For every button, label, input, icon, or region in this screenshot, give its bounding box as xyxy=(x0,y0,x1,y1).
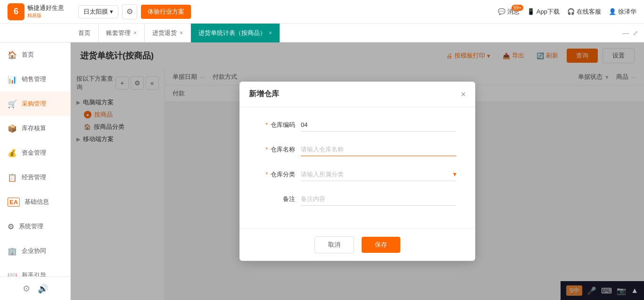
tab-purchase-stats-close-icon[interactable]: × xyxy=(269,30,272,36)
code-input[interactable] xyxy=(301,118,456,132)
sidebar-item-purchase[interactable]: 🛒 采购管理 xyxy=(0,92,70,116)
code-required-mark: * xyxy=(265,121,268,128)
settings-button[interactable]: ⚙ xyxy=(122,4,137,19)
sidebar-item-enterprise[interactable]: 🏢 企业协同 xyxy=(0,239,70,263)
tab-bar: 首页 账套管理 × 进货退货 × 进货单统计表（按商品） × — ⤢ xyxy=(0,24,644,42)
purchase-icon: 🛒 xyxy=(8,100,17,108)
category-select[interactable]: ▾ xyxy=(301,167,456,181)
modal-title: 新增仓库 xyxy=(249,89,279,99)
logo-area: 6 畅捷通好生意 精易版 xyxy=(8,3,78,20)
name-input[interactable] xyxy=(301,143,456,156)
tab-purchase-stats[interactable]: 进货单统计表（按商品） × xyxy=(191,24,280,42)
sidebar-label-finance: 资金管理 xyxy=(22,149,46,157)
sidebar-label-system: 系统管理 xyxy=(19,222,43,231)
headphone-icon: 🎧 xyxy=(567,8,575,15)
tab-account-close-icon[interactable]: × xyxy=(133,30,137,36)
gear-icon: ⚙ xyxy=(126,7,133,16)
inventory-icon: 📦 xyxy=(8,124,17,133)
sidebar-label-basic-info: 基础信息 xyxy=(25,198,49,206)
trial-button[interactable]: 体验行业方案 xyxy=(141,5,191,19)
tab-purchase-stats-label: 进货单统计表（按商品） xyxy=(198,29,266,37)
sidebar-settings-icon[interactable]: ⚙ xyxy=(23,283,30,294)
sidebar-item-inventory[interactable]: 📦 库存核算 xyxy=(0,116,70,141)
category-label: * 仓库分类 xyxy=(258,170,301,179)
operations-icon: 📋 xyxy=(8,173,17,182)
search-area: 日太阳膜 ▾ ⚙ 体验行业方案 xyxy=(78,4,210,19)
main-layout: 🏠 首页 📊 销售管理 🛒 采购管理 📦 库存核算 💰 资金管理 📋 经 xyxy=(0,42,644,300)
sidebar-item-home[interactable]: 🏠 首页 xyxy=(0,42,70,67)
guide-icon: 📖 xyxy=(8,271,17,277)
name-label: * 仓库名称 xyxy=(258,145,301,154)
header-right: 💬 消息 99+ 📱 App下载 🎧 在线客服 👤 徐泽华 xyxy=(498,8,636,16)
search-arrow-icon: ▾ xyxy=(110,8,113,15)
sales-icon: 📊 xyxy=(8,75,17,84)
tab-home-label: 首页 xyxy=(78,29,91,37)
message-item[interactable]: 💬 消息 99+ xyxy=(498,8,520,16)
category-dropdown-icon[interactable]: ▾ xyxy=(453,170,456,178)
app-download-item[interactable]: 📱 App下载 xyxy=(527,8,560,16)
service-label: 在线客服 xyxy=(577,8,601,16)
category-form-row: * 仓库分类 ▾ xyxy=(258,167,456,181)
modal-overlay[interactable]: 新增仓库 × * 仓库编码 * xyxy=(71,42,644,300)
search-text: 日太阳膜 xyxy=(83,8,108,16)
name-required-mark: * xyxy=(265,146,268,153)
tab-account-label: 账套管理 xyxy=(106,29,131,37)
note-form-row: 备注 xyxy=(258,192,456,206)
sidebar-item-operations[interactable]: 📋 经营管理 xyxy=(0,165,70,190)
modal-header: 新增仓库 × xyxy=(239,82,475,107)
modal-body: * 仓库编码 * 仓库名称 xyxy=(239,107,475,228)
tab-purchase-return-close-icon[interactable]: × xyxy=(180,30,183,36)
user-icon: 👤 xyxy=(609,8,616,15)
home-icon: 🏠 xyxy=(8,50,17,59)
sidebar-item-basic-info[interactable]: EA 基础信息 xyxy=(0,190,70,214)
sidebar-label-inventory: 库存核算 xyxy=(22,124,46,133)
note-label: 备注 xyxy=(258,195,301,203)
tab-home[interactable]: 首页 xyxy=(71,24,99,42)
name-form-row: * 仓库名称 xyxy=(258,143,456,156)
modal-close-button[interactable]: × xyxy=(461,90,466,99)
top-header: 6 畅捷通好生意 精易版 日太阳膜 ▾ ⚙ 体验行业方案 💬 消息 99+ 📱 … xyxy=(0,0,644,24)
sidebar-label-purchase: 采购管理 xyxy=(22,100,46,108)
service-item[interactable]: 🎧 在线客服 xyxy=(567,8,601,16)
tab-expand-icon[interactable]: ⤢ xyxy=(633,29,638,37)
enterprise-icon: 🏢 xyxy=(8,247,17,256)
cancel-button[interactable]: 取消 xyxy=(314,236,354,253)
sidebar-scroll: 🏠 首页 📊 销售管理 🛒 采购管理 📦 库存核算 💰 资金管理 📋 经 xyxy=(0,42,70,276)
sidebar-item-sales[interactable]: 📊 销售管理 xyxy=(0,67,70,92)
sidebar-item-finance[interactable]: 💰 资金管理 xyxy=(0,141,70,165)
sidebar-label-operations: 经营管理 xyxy=(22,173,46,182)
save-button[interactable]: 保存 xyxy=(362,237,400,253)
sidebar-item-system[interactable]: ⚙ 系统管理 xyxy=(0,214,70,239)
user-item[interactable]: 👤 徐泽华 xyxy=(609,8,636,16)
sidebar-label-home: 首页 xyxy=(22,50,34,59)
user-name: 徐泽华 xyxy=(618,8,636,16)
logo-line1: 畅捷通好生意 xyxy=(27,4,64,12)
sidebar-label-enterprise: 企业协同 xyxy=(22,247,46,255)
system-icon: ⚙ xyxy=(8,222,14,231)
sidebar: 🏠 首页 📊 销售管理 🛒 采购管理 📦 库存核算 💰 资金管理 📋 经 xyxy=(0,42,71,300)
modal-footer: 取消 保存 xyxy=(239,228,475,261)
finance-icon: 💰 xyxy=(8,149,17,158)
tab-purchase-return[interactable]: 进货退货 × xyxy=(145,24,191,42)
tab-account[interactable]: 账套管理 × xyxy=(99,24,145,42)
sidebar-sound-icon[interactable]: 🔊 xyxy=(38,283,48,294)
sidebar-label-sales: 销售管理 xyxy=(22,75,46,83)
search-dropdown[interactable]: 日太阳膜 ▾ xyxy=(78,5,118,18)
code-form-row: * 仓库编码 xyxy=(258,118,456,132)
basic-info-icon: EA xyxy=(8,198,20,207)
app-label: App下载 xyxy=(537,8,560,16)
sidebar-bottom: ⚙ 🔊 xyxy=(0,276,70,300)
app-icon: 📱 xyxy=(527,8,535,15)
category-required-mark: * xyxy=(265,171,268,178)
logo-line2: 精易版 xyxy=(27,12,64,19)
modal-dialog: 新增仓库 × * 仓库编码 * xyxy=(239,82,475,261)
message-icon: 💬 xyxy=(498,8,505,15)
code-label: * 仓库编码 xyxy=(258,121,301,129)
tab-minimize-icon[interactable]: — xyxy=(622,29,629,37)
sidebar-item-guide[interactable]: 📖 新手引导 xyxy=(0,263,70,276)
sidebar-label-guide: 新手引导 xyxy=(22,271,46,276)
message-badge: 99+ xyxy=(512,5,523,11)
category-input[interactable] xyxy=(301,171,453,178)
note-input[interactable] xyxy=(301,192,456,206)
tab-purchase-return-label: 进货退货 xyxy=(152,29,177,37)
